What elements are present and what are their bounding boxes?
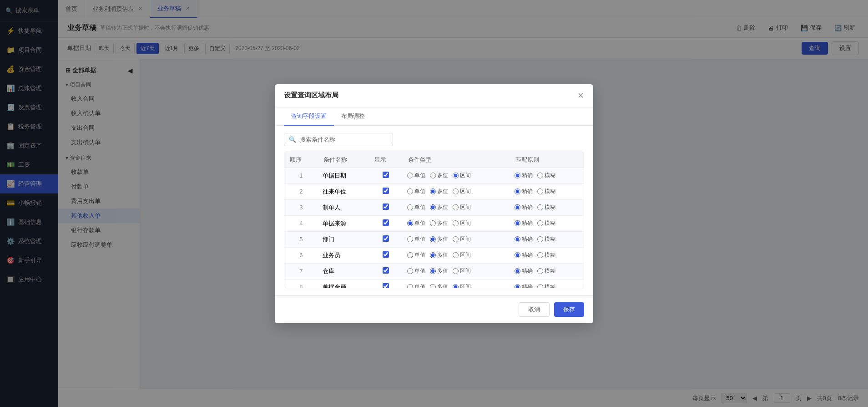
display-checkbox-8[interactable]: [383, 283, 389, 288]
type-radio-区间-8[interactable]: 区间: [453, 283, 471, 288]
type-radio-input-单值-5[interactable]: [407, 236, 413, 242]
display-checkbox-5[interactable]: [383, 235, 389, 242]
type-radio-区间-4[interactable]: 区间: [453, 219, 471, 227]
type-radio-input-多值-3[interactable]: [430, 204, 436, 210]
match-radio-input-精确-1[interactable]: [515, 173, 520, 178]
type-radio-区间-7[interactable]: 区间: [453, 267, 471, 275]
type-radio-input-区间-3[interactable]: [453, 204, 459, 210]
type-radio-input-单值-2[interactable]: [407, 188, 413, 194]
match-radio-input-精确-3[interactable]: [515, 204, 520, 210]
match-radio-精确-2[interactable]: 精确: [515, 188, 533, 195]
type-radio-input-区间-1[interactable]: [453, 173, 459, 178]
cell-display[interactable]: [369, 247, 403, 263]
type-radio-input-单值-1[interactable]: [407, 173, 413, 178]
match-radio-模糊-4[interactable]: 模糊: [537, 219, 555, 227]
match-radio-精确-6[interactable]: 精确: [515, 251, 533, 259]
cancel-button[interactable]: 取消: [519, 302, 550, 317]
type-radio-多值-6[interactable]: 多值: [430, 251, 448, 259]
type-radio-input-多值-2[interactable]: [430, 188, 436, 194]
type-radio-input-多值-5[interactable]: [430, 236, 436, 242]
type-radio-多值-4[interactable]: 多值: [430, 219, 448, 227]
display-checkbox-4[interactable]: [383, 219, 389, 226]
type-radio-单值-6[interactable]: 单值: [407, 251, 425, 259]
modal-table-scroll[interactable]: 顺序 条件名称 显示 条件类型 匹配原则 1 单据日期 单值: [284, 152, 584, 288]
type-radio-input-单值-8[interactable]: [407, 284, 413, 288]
match-radio-input-模糊-5[interactable]: [537, 236, 543, 242]
match-radio-input-模糊-7[interactable]: [537, 268, 543, 274]
match-radio-模糊-3[interactable]: 模糊: [537, 204, 555, 211]
type-radio-区间-5[interactable]: 区间: [453, 235, 471, 243]
modal-save-button[interactable]: 保存: [554, 302, 584, 317]
type-radio-区间-2[interactable]: 区间: [453, 188, 471, 195]
type-radio-input-区间-2[interactable]: [453, 188, 459, 194]
type-radio-input-多值-8[interactable]: [430, 284, 436, 288]
match-radio-input-精确-6[interactable]: [515, 252, 520, 258]
type-radio-input-区间-7[interactable]: [453, 268, 459, 274]
modal-search-input[interactable]: [300, 136, 388, 143]
match-radio-模糊-1[interactable]: 模糊: [537, 172, 555, 179]
tab-query-fields[interactable]: 查询字段设置: [284, 107, 334, 126]
type-radio-input-多值-1[interactable]: [430, 173, 436, 178]
match-radio-input-模糊-8[interactable]: [537, 284, 543, 288]
match-radio-精确-1[interactable]: 精确: [515, 172, 533, 179]
type-radio-多值-1[interactable]: 多值: [430, 172, 448, 179]
type-radio-input-多值-4[interactable]: [430, 220, 436, 226]
type-radio-input-区间-4[interactable]: [453, 220, 459, 226]
match-radio-input-模糊-1[interactable]: [537, 173, 543, 178]
cell-display[interactable]: [369, 231, 403, 247]
match-radio-input-模糊-2[interactable]: [537, 188, 543, 194]
type-radio-多值-3[interactable]: 多值: [430, 204, 448, 211]
type-radio-单值-2[interactable]: 单值: [407, 188, 425, 195]
cell-display[interactable]: [369, 279, 403, 288]
type-radio-单值-7[interactable]: 单值: [407, 267, 425, 275]
tab-layout-adjust[interactable]: 布局调整: [334, 107, 372, 126]
display-checkbox-1[interactable]: [383, 172, 389, 178]
type-radio-单值-3[interactable]: 单值: [407, 204, 425, 211]
match-radio-input-精确-8[interactable]: [515, 284, 520, 288]
display-checkbox-2[interactable]: [383, 188, 389, 194]
type-radio-区间-1[interactable]: 区间: [453, 172, 471, 179]
cell-display[interactable]: [369, 168, 403, 183]
type-radio-input-区间-6[interactable]: [453, 252, 459, 258]
type-radio-input-单值-4[interactable]: [407, 220, 413, 226]
match-radio-精确-3[interactable]: 精确: [515, 204, 533, 211]
match-radio-精确-5[interactable]: 精确: [515, 235, 533, 243]
type-radio-多值-2[interactable]: 多值: [430, 188, 448, 195]
match-radio-input-模糊-6[interactable]: [537, 252, 543, 258]
match-radio-精确-4[interactable]: 精确: [515, 219, 533, 227]
display-checkbox-3[interactable]: [383, 204, 389, 210]
match-radio-模糊-7[interactable]: 模糊: [537, 267, 555, 275]
cell-display[interactable]: [369, 263, 403, 279]
type-radio-区间-6[interactable]: 区间: [453, 251, 471, 259]
cell-display[interactable]: [369, 215, 403, 231]
type-radio-input-单值-3[interactable]: [407, 204, 413, 210]
display-checkbox-7[interactable]: [383, 267, 389, 274]
type-radio-多值-7[interactable]: 多值: [430, 267, 448, 275]
modal-close-button[interactable]: ✕: [577, 91, 584, 101]
type-radio-input-单值-6[interactable]: [407, 252, 413, 258]
match-radio-input-精确-4[interactable]: [515, 220, 520, 226]
type-radio-input-多值-6[interactable]: [430, 252, 436, 258]
match-radio-模糊-5[interactable]: 模糊: [537, 235, 555, 243]
type-radio-input-单值-7[interactable]: [407, 268, 413, 274]
match-radio-精确-7[interactable]: 精确: [515, 267, 533, 275]
match-radio-input-精确-5[interactable]: [515, 236, 520, 242]
type-radio-区间-3[interactable]: 区间: [453, 204, 471, 211]
type-radio-单值-5[interactable]: 单值: [407, 235, 425, 243]
cell-display[interactable]: [369, 199, 403, 215]
display-checkbox-6[interactable]: [383, 251, 389, 258]
type-radio-input-多值-7[interactable]: [430, 268, 436, 274]
match-radio-模糊-6[interactable]: 模糊: [537, 251, 555, 259]
match-radio-input-精确-7[interactable]: [515, 268, 520, 274]
match-radio-模糊-8[interactable]: 模糊: [537, 283, 555, 288]
type-radio-单值-4[interactable]: 单值: [407, 219, 425, 227]
type-radio-单值-1[interactable]: 单值: [407, 172, 425, 179]
modal-search-box[interactable]: 🔍: [284, 133, 393, 146]
type-radio-input-区间-8[interactable]: [453, 284, 459, 288]
type-radio-input-区间-5[interactable]: [453, 236, 459, 242]
match-radio-精确-8[interactable]: 精确: [515, 283, 533, 288]
type-radio-单值-8[interactable]: 单值: [407, 283, 425, 288]
match-radio-模糊-2[interactable]: 模糊: [537, 188, 555, 195]
match-radio-input-模糊-4[interactable]: [537, 220, 543, 226]
cell-display[interactable]: [369, 183, 403, 199]
